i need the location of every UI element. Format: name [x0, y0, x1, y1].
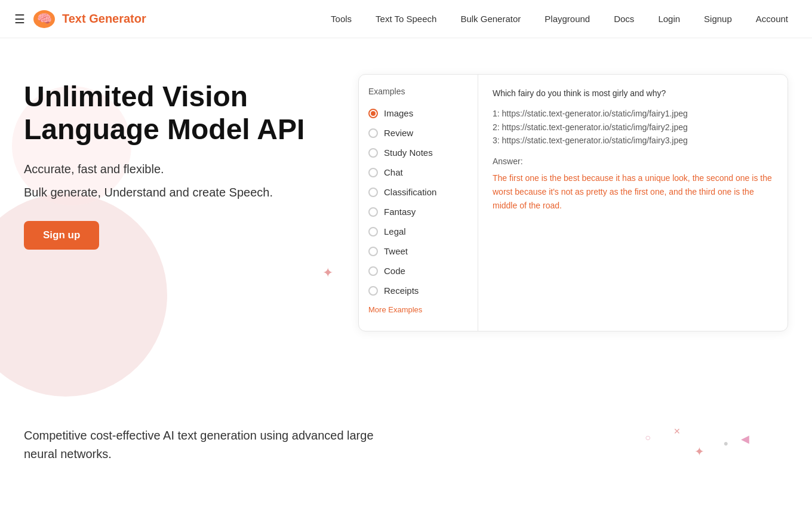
hero-section: ✦ ✕ Unlimited Vision Language Model API … [0, 38, 812, 408]
option-study-notes[interactable]: Study Notes [359, 143, 478, 162]
cdeco-circle-1: ○ [645, 432, 651, 443]
card-question: Which fairy do you think is most girly a… [493, 87, 773, 100]
nav-docs[interactable]: Docs [604, 9, 644, 29]
option-review-label: Review [384, 128, 413, 138]
option-receipts-label: Receipts [384, 285, 419, 296]
nav-tts[interactable]: Text To Speech [366, 9, 446, 29]
option-fantasy[interactable]: Fantasy [359, 202, 478, 222]
option-tweet[interactable]: Tweet [359, 241, 478, 261]
hero-left: Unlimited Vision Language Model API Accu… [24, 74, 334, 250]
option-images-label: Images [384, 108, 413, 118]
more-examples-link[interactable]: More Examples [359, 300, 478, 319]
option-fantasy-label: Fantasy [384, 207, 416, 217]
option-receipts[interactable]: Receipts [359, 281, 478, 300]
radio-code [368, 266, 378, 276]
cdeco-star-1: ✦ [694, 444, 705, 459]
radio-images [368, 109, 378, 118]
option-classification-label: Classification [384, 187, 436, 197]
radio-chat [368, 168, 378, 177]
radio-fantasy [368, 207, 378, 217]
card-url-2: 2: https://static.text-generator.io/stat… [493, 121, 773, 134]
radio-legal [368, 227, 378, 236]
option-chat[interactable]: Chat [359, 162, 478, 182]
option-study-notes-label: Study Notes [384, 148, 433, 158]
nav-signup[interactable]: Signup [694, 9, 742, 29]
nav-playground[interactable]: Playground [535, 9, 599, 29]
nav-login[interactable]: Login [648, 9, 690, 29]
nav-tools[interactable]: Tools [321, 9, 361, 29]
card-sidebar: Examples Images Review Study Notes Chat … [359, 75, 478, 331]
competitive-section: ○ ✕ ✦ ● ◀ Competitive cost-effective AI … [0, 408, 812, 513]
card-url-1: 1: https://static.text-generator.io/stat… [493, 107, 773, 120]
signup-button[interactable]: Sign up [24, 221, 99, 250]
card-urls: 1: https://static.text-generator.io/stat… [493, 107, 773, 147]
hamburger-button[interactable]: ☰ [14, 12, 25, 26]
radio-classification [368, 188, 378, 197]
svg-text:🧠: 🧠 [37, 11, 52, 26]
navbar: ☰ 🧠 Text Generator Tools Text To Speech … [0, 0, 812, 38]
option-chat-label: Chat [384, 167, 403, 177]
card-sidebar-label: Examples [359, 87, 478, 103]
option-tweet-label: Tweet [384, 246, 408, 256]
option-legal-label: Legal [384, 226, 406, 236]
nav-account[interactable]: Account [746, 9, 798, 29]
hero-subtitle2: Bulk generate, Understand and create Spe… [24, 186, 334, 199]
examples-card: Examples Images Review Study Notes Chat … [358, 74, 788, 331]
card-content: Which fairy do you think is most girly a… [478, 75, 788, 331]
deco-star-1: ✦ [322, 265, 333, 281]
brand-logo: 🧠 [32, 7, 56, 31]
competitive-deco-area: ○ ✕ ✦ ● ◀ Competitive cost-effective AI … [24, 408, 788, 481]
radio-study-notes [368, 148, 378, 158]
option-code[interactable]: Code [359, 261, 478, 281]
competitive-text: Competitive cost-effective AI text gener… [24, 426, 382, 463]
option-classification[interactable]: Classification [359, 182, 478, 202]
hero-subtitle: Accurate, fast and flexible. [24, 162, 334, 176]
option-review[interactable]: Review [359, 123, 478, 143]
cdeco-dot-1: ● [724, 438, 728, 448]
nav-bulk[interactable]: Bulk Generator [451, 9, 530, 29]
cdeco-triangle-1: ◀ [741, 432, 749, 446]
hero-title: Unlimited Vision Language Model API [24, 80, 334, 146]
card-answer-label: Answer: [493, 155, 773, 168]
nav-links: Tools Text To Speech Bulk Generator Play… [321, 9, 798, 29]
cdeco-cross-1: ✕ [673, 426, 681, 436]
card-url-3: 3: https://static.text-generator.io/stat… [493, 134, 773, 147]
radio-receipts [368, 286, 378, 296]
radio-tweet [368, 247, 378, 256]
option-legal[interactable]: Legal [359, 222, 478, 241]
brand-name: Text Generator [62, 12, 146, 26]
option-code-label: Code [384, 266, 405, 276]
card-answer-text: The first one is the best because it has… [493, 171, 773, 213]
radio-review [368, 128, 378, 138]
option-images[interactable]: Images [359, 103, 478, 123]
